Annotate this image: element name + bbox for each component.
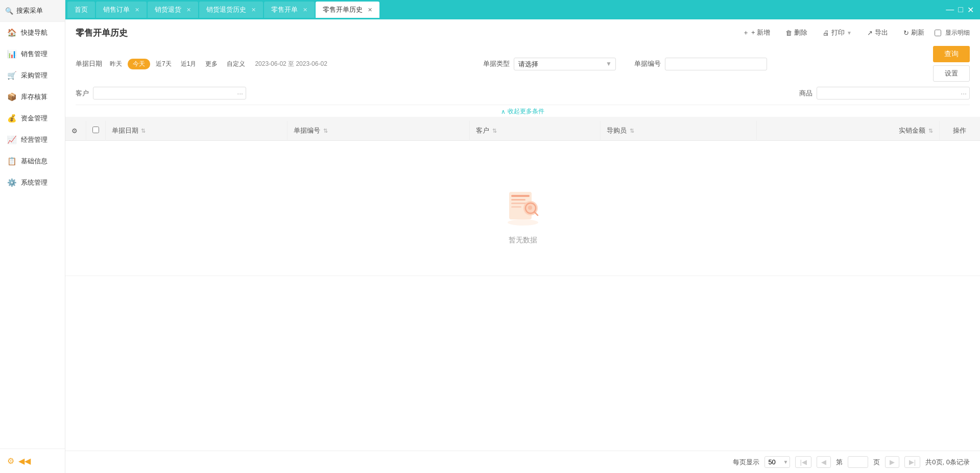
date-yesterday-btn[interactable]: 昨天 [106,59,126,69]
print-label: 打印 [831,28,845,37]
home-icon: 🏠 [7,28,17,37]
select-all-checkbox[interactable] [92,127,99,133]
tab-retail-open[interactable]: 零售开单 ✕ [264,2,315,18]
export-button[interactable]: ↗ 导出 [862,26,893,40]
empty-state: 暂无数据 [65,141,980,276]
show-detail-checkbox[interactable] [935,30,941,36]
last-page-btn[interactable]: ▶| [904,456,920,468]
date-today-btn[interactable]: 今天 [128,59,150,69]
sidebar-label-purchase-mgmt: 采购管理 [21,71,47,80]
print-button[interactable]: 🖨 打印 ▼ [818,26,857,40]
doc-no-input[interactable] [665,58,767,70]
sidebar-item-system-mgmt[interactable]: ⚙️ 系统管理 [0,172,65,193]
th-customer[interactable]: 客户 ⇅ [470,121,601,141]
tab-bar: 首页 销售订单 ✕ 销货退货 ✕ 销货退货历史 ✕ 零售开单 ✕ 零售开单历史 … [65,0,980,19]
tab-retail-history[interactable]: 零售开单历史 ✕ [316,2,379,18]
sidebar-item-inventory[interactable]: 📦 库存核算 [0,86,65,108]
sidebar: 🔍 搜索采单 🏠 快捷导航 📊 销售管理 🛒 采购管理 📦 库存核算 💰 资金管… [0,0,65,473]
sidebar-label-finance: 资金管理 [21,114,47,123]
product-filter: 商品 ··· [799,87,970,99]
date-custom-btn[interactable]: 自定义 [223,59,249,69]
content-area: 零售开单历史 ＋ + 新增 🗑 删除 🖨 打印 ▼ [65,19,980,473]
show-detail-toggle[interactable]: 显示明细 [935,29,970,37]
date-filter: 单据日期 昨天 今天 近7天 近1月 更多 自定义 2023-06-02 至 2… [76,59,327,69]
window-close-btn[interactable]: ✕ [967,5,974,15]
th-no[interactable]: 单据编号 ⇅ [288,121,470,141]
sidebar-item-purchase-mgmt[interactable]: 🛒 采购管理 [0,65,65,86]
delete-button[interactable]: 🗑 删除 [780,26,812,40]
table-config-icon[interactable]: ⚙ [71,127,78,135]
export-label: 导出 [875,28,888,37]
doc-type-select-wrap: 请选择 ▼ [514,58,616,70]
tab-retail-history-close[interactable]: ✕ [368,7,372,13]
settings-icon[interactable]: ⚙ [7,456,14,466]
th-amount[interactable]: 实销金额 ⇅ [757,121,939,141]
tab-retail-open-close[interactable]: ✕ [303,7,307,13]
tab-sales-return-close[interactable]: ✕ [186,7,191,13]
th-date[interactable]: 单据日期 ⇅ [105,121,288,141]
money-icon: 💰 [7,114,17,123]
tab-sales-return-history-close[interactable]: ✕ [251,7,256,13]
page-label-prefix: 第 [836,458,843,467]
tab-retail-history-label: 零售开单历史 [323,5,363,14]
per-page-select[interactable]: 10 20 50 100 [764,456,790,468]
doc-no-label: 单据编号 [634,59,661,68]
query-button[interactable]: 查询 [933,46,970,62]
sidebar-label-quick-nav: 快捷导航 [21,28,47,37]
add-button[interactable]: ＋ + 新增 [737,26,775,40]
data-table: ⚙ 单据日期 ⇅ 单据编号 ⇅ [65,121,980,276]
sidebar-item-quick-nav[interactable]: 🏠 快捷导航 [0,22,65,43]
sidebar-item-finance[interactable]: 💰 资金管理 [0,108,65,129]
per-page-label: 每页显示 [733,458,759,467]
tab-home-label: 首页 [75,5,88,14]
search-menu-item[interactable]: 🔍 搜索采单 [0,0,65,22]
date-last7-btn[interactable]: 近7天 [152,59,175,69]
sidebar-item-sales-mgmt[interactable]: 📊 销售管理 [0,43,65,65]
customer-filter: 客户 ··· [76,87,246,99]
collapse-more-btn[interactable]: ∧ 收起更多条件 [76,105,970,117]
sidebar-item-basic-info[interactable]: 📋 基础信息 [0,151,65,172]
th-guide[interactable]: 导购员 ⇅ [601,121,757,141]
tab-home[interactable]: 首页 [67,2,95,18]
empty-row: 暂无数据 [65,141,980,276]
svg-point-0 [508,219,538,226]
collapse-icon[interactable]: ◀◀ [18,456,31,466]
tab-sales-order-close[interactable]: ✕ [135,7,139,13]
customer-input[interactable] [93,87,246,99]
next-page-btn[interactable]: ▶ [885,456,899,468]
customer-more-icon[interactable]: ··· [237,89,243,97]
first-page-btn[interactable]: |◀ [795,456,811,468]
window-maximize-btn[interactable]: □ [958,5,963,14]
query-settings-col: 查询 设置 [933,46,970,82]
tab-sales-order[interactable]: 销售订单 ✕ [96,2,147,18]
tab-sales-return-history[interactable]: 销货退货历史 ✕ [199,2,263,18]
filter-settings-button[interactable]: 设置 [933,65,970,82]
empty-state-icon [500,182,546,228]
th-check[interactable] [86,121,105,141]
refresh-button[interactable]: ↻ 刷新 [898,26,929,40]
total-info: 共0页, 0条记录 [925,458,970,467]
sort-date-icon: ⇅ [141,128,146,134]
gear-nav-icon: ⚙️ [7,178,17,187]
date-label: 单据日期 [76,59,102,68]
th-guide-label: 导购员 [607,127,627,134]
date-more-btn[interactable]: 更多 [202,59,221,69]
product-input[interactable] [817,87,970,99]
window-minimize-btn[interactable]: — [946,5,954,14]
sidebar-item-operations[interactable]: 📈 经营管理 [0,129,65,151]
box-icon: 📦 [7,92,17,102]
page-number-input[interactable]: 1 [848,456,868,468]
search-menu-label: 搜索采单 [16,6,43,15]
product-more-icon[interactable]: ··· [961,89,967,97]
doc-type-select[interactable]: 请选择 [514,58,616,70]
per-page-wrap: 10 20 50 100 ▼ [764,456,790,468]
tab-sales-return[interactable]: 销货退货 ✕ [148,2,198,18]
filter-row-1: 单据日期 昨天 今天 近7天 近1月 更多 自定义 2023-06-02 至 2… [76,46,970,82]
print-icon: 🖨 [823,29,829,37]
date-last-month-btn[interactable]: 近1月 [177,59,200,69]
prev-page-btn[interactable]: ◀ [817,456,831,468]
sidebar-bottom: ⚙ ◀◀ [0,449,65,473]
add-icon: ＋ [743,28,749,37]
th-config[interactable]: ⚙ [65,121,86,141]
date-shortcuts: 昨天 今天 近7天 近1月 更多 自定义 [106,59,249,69]
